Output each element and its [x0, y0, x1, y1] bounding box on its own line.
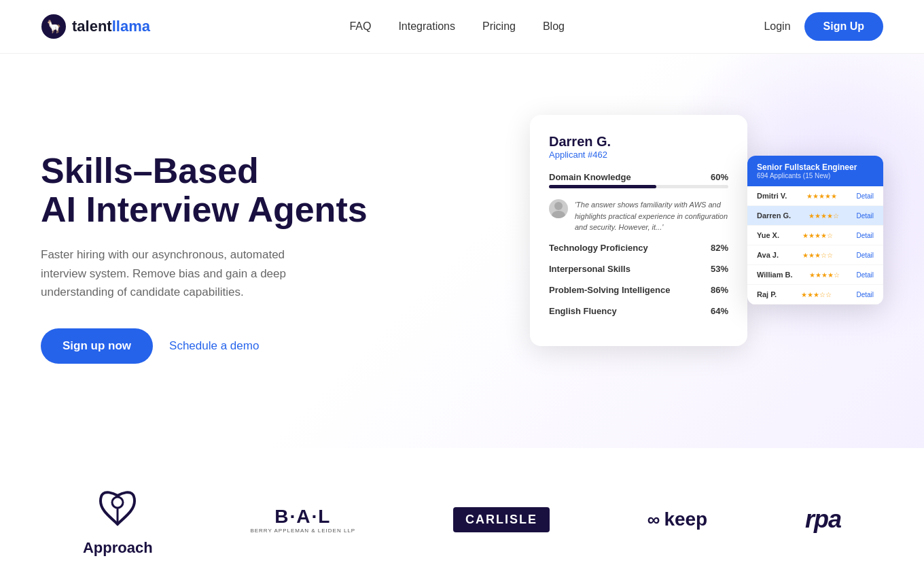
list-item: Dmitri V. ★★★★★ Detail — [747, 186, 883, 206]
list-stars-4: ★★★★☆ — [809, 271, 840, 279]
logo-llama: llama — [112, 18, 150, 35]
logo-icon: 🦙 — [41, 14, 67, 39]
list-detail-5[interactable]: Detail — [856, 291, 874, 298]
skill-score-domain: 60% — [711, 172, 728, 182]
carlisle-text: CARLISLE — [453, 507, 550, 532]
skill-english: English Fluency 64% — [549, 306, 728, 316]
logo-approach: Approach — [83, 482, 153, 557]
skill-tech: Technology Proficiency 82% — [549, 243, 728, 253]
hero-title: Skills–Based AI Interview Agents — [41, 152, 368, 229]
approach-icon — [87, 482, 148, 536]
list-stars-0: ★★★★★ — [806, 192, 837, 200]
skill-problem-solving: Problem-Solving Intelligence 86% — [549, 285, 728, 295]
logo-carlisle: CARLISLE — [453, 507, 550, 532]
list-stars-1: ★★★★☆ — [808, 212, 839, 220]
list-name-5: Raj P. — [757, 290, 777, 298]
rpa-text: rpa — [805, 505, 841, 534]
quote-block: 'The answer shows familiarity with AWS a… — [549, 199, 728, 233]
list-job-title: Senior Fullstack Engineer — [757, 162, 874, 172]
list-name-3: Ava J. — [757, 251, 779, 259]
signup-now-button[interactable]: Sign up now — [41, 328, 153, 364]
logo-bal: B·A·L BERRY APPLEMAN & LEIDEN LLP — [250, 506, 355, 534]
schedule-demo-link[interactable]: Schedule a demo — [169, 339, 259, 353]
skill-score-tech: 82% — [711, 243, 728, 253]
nav-blog[interactable]: Blog — [543, 20, 565, 33]
skill-domain-knowledge: Domain Knowledge 60% — [549, 172, 728, 188]
keep-loop-icon: ∞ — [647, 509, 660, 530]
candidate-applicant-id: Applicant #462 — [549, 150, 728, 160]
list-name-2: Yue X. — [757, 231, 779, 239]
hero-title-line1: Skills–Based — [41, 151, 259, 190]
logo-keep: ∞ keep — [647, 509, 707, 530]
svg-point-2 — [554, 202, 563, 210]
nav-right: Login Sign Up — [764, 12, 883, 41]
list-item: William B. ★★★★☆ Detail — [747, 265, 883, 285]
nav-links: FAQ Integrations Pricing Blog — [349, 20, 565, 33]
list-detail-3[interactable]: Detail — [856, 252, 874, 259]
logo-talent: talent — [72, 18, 112, 35]
progress-fill-domain — [549, 185, 656, 188]
svg-point-4 — [112, 497, 123, 508]
hero-section: Skills–Based AI Interview Agents Faster … — [0, 54, 924, 448]
bal-text: B·A·L — [274, 506, 331, 528]
bal-subtext: BERRY APPLEMAN & LEIDEN LLP — [250, 528, 355, 534]
skill-score-english: 64% — [711, 306, 728, 316]
list-card-header: Senior Fullstack Engineer 694 Applicants… — [747, 156, 883, 186]
signup-button[interactable]: Sign Up — [804, 12, 883, 41]
list-stars-2: ★★★★☆ — [802, 232, 833, 239]
list-name-0: Dmitri V. — [757, 192, 787, 200]
list-item: Ava J. ★★★☆☆ Detail — [747, 245, 883, 265]
list-detail-2[interactable]: Detail — [856, 232, 874, 239]
skill-label-english: English Fluency — [549, 306, 617, 316]
progress-bar-domain — [549, 185, 728, 188]
candidate-name: Darren G. — [549, 134, 728, 150]
list-name-1: Darren G. — [757, 211, 791, 220]
skill-interpersonal: Interpersonal Skills 53% — [549, 264, 728, 274]
list-name-4: William B. — [757, 271, 792, 279]
logo[interactable]: 🦙 talentllama — [41, 14, 150, 39]
skill-label-tech: Technology Proficiency — [549, 243, 648, 253]
logos-section: Approach B·A·L BERRY APPLEMAN & LEIDEN L… — [0, 448, 924, 584]
list-item-active: Darren G. ★★★★☆ Detail — [747, 206, 883, 226]
avatar — [549, 199, 568, 218]
keep-label: keep — [664, 509, 707, 530]
hero-subtitle: Faster hiring with our asynchronous, aut… — [41, 245, 326, 301]
hero-buttons: Sign up now Schedule a demo — [41, 328, 368, 364]
applicant-list-card: Senior Fullstack Engineer 694 Applicants… — [747, 156, 883, 305]
skill-label-domain: Domain Knowledge — [549, 172, 631, 182]
svg-text:🦙: 🦙 — [46, 19, 62, 34]
list-stars-3: ★★★☆☆ — [802, 252, 833, 259]
list-item: Raj P. ★★★☆☆ Detail — [747, 285, 883, 305]
list-detail-1[interactable]: Detail — [856, 212, 874, 220]
candidate-card: Darren G. Applicant #462 Domain Knowledg… — [530, 115, 747, 346]
skill-score-interpersonal: 53% — [711, 264, 728, 274]
list-item: Yue X. ★★★★☆ Detail — [747, 226, 883, 245]
skill-score-problem: 86% — [711, 285, 728, 295]
hero-left: Skills–Based AI Interview Agents Faster … — [41, 152, 368, 364]
nav-integrations[interactable]: Integrations — [398, 20, 455, 33]
quote-text: 'The answer shows familiarity with AWS a… — [575, 199, 728, 233]
keep-text: ∞ keep — [647, 509, 707, 530]
list-detail-4[interactable]: Detail — [856, 271, 874, 279]
navbar: 🦙 talentllama FAQ Integrations Pricing B… — [0, 0, 924, 54]
list-detail-0[interactable]: Detail — [856, 192, 874, 200]
hero-title-line2: AI Interview Agents — [41, 190, 368, 229]
list-applicant-count: 694 Applicants (15 New) — [757, 172, 874, 179]
logos-row: Approach B·A·L BERRY APPLEMAN & LEIDEN L… — [41, 482, 883, 557]
login-button[interactable]: Login — [764, 20, 790, 33]
svg-point-3 — [552, 211, 565, 218]
skill-label-interpersonal: Interpersonal Skills — [549, 264, 630, 274]
list-stars-5: ★★★☆☆ — [801, 291, 832, 298]
hero-right: Darren G. Applicant #462 Domain Knowledg… — [530, 115, 883, 400]
skill-label-problem: Problem-Solving Intelligence — [549, 285, 670, 295]
nav-pricing[interactable]: Pricing — [482, 20, 516, 33]
approach-label: Approach — [83, 539, 153, 557]
nav-faq[interactable]: FAQ — [349, 20, 371, 33]
logo-rpa: rpa — [805, 505, 841, 534]
